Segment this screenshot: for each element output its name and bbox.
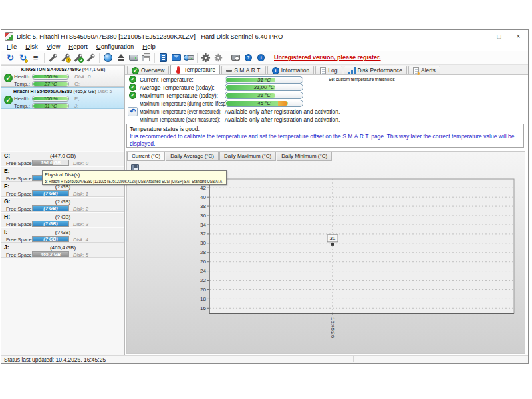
tools-wrench-schedule-icon[interactable] xyxy=(59,52,72,63)
tools-wrench-icon[interactable] xyxy=(47,52,59,63)
status-bar: Status last updated: 10.4.2026. 16:45:25 xyxy=(1,355,528,363)
partition-item-g[interactable]: G: (? GB) Free Space (? GB) Disk: 2 xyxy=(1,197,124,212)
free-space-label: Free Space xyxy=(6,176,32,182)
free-space-bar: 196,6 GB xyxy=(32,160,69,166)
print-icon[interactable] xyxy=(140,52,152,63)
tools-wrench-plain-icon[interactable] xyxy=(84,52,97,63)
svg-text:16:45:26: 16:45:26 xyxy=(330,317,336,338)
menu-report[interactable]: Report xyxy=(68,43,88,50)
svg-text:31: 31 xyxy=(330,235,336,241)
email-icon[interactable] xyxy=(170,52,182,63)
partition-disk-label: Disk: 2 xyxy=(73,206,88,212)
partition-item-i[interactable]: I: (? GB) Free Space (? GB) Disk: 4 xyxy=(1,227,124,243)
disk-list: KINGSTON SA400S37480G (447,1 GB) ✓ Healt… xyxy=(1,65,124,109)
surface-test-icon[interactable] xyxy=(102,52,114,63)
tab-label: Disk Performance xyxy=(358,67,403,74)
disk-ok-icon: ✓ xyxy=(4,74,13,82)
partition-item-j[interactable]: J: (465,4 GB) Free Space 465,3 GB Disk: … xyxy=(1,243,124,258)
removable-disk-icon[interactable] xyxy=(127,52,140,63)
disk-title: Hitachi HTS545050A7E380 (465,8 GB) Disk:… xyxy=(1,88,124,94)
chart-tab-daily-maximum-c[interactable]: Daily Maximum (°C) xyxy=(219,152,276,161)
free-space-bar: 465,3 GB xyxy=(32,251,69,257)
menu-view[interactable]: View xyxy=(47,43,60,50)
report-icon[interactable] xyxy=(157,52,170,63)
minimize-button[interactable]: – xyxy=(470,30,489,42)
tab-label: Overview xyxy=(141,67,164,74)
temp-label: Temp.: xyxy=(14,103,30,109)
temperature-bar: 31 °C xyxy=(225,92,303,99)
menu-disk[interactable]: Disk xyxy=(25,43,38,50)
desktop: Disk: 5, Hitachi HTS545050A7E380 [121005… xyxy=(0,0,532,399)
tab-label: Temperature xyxy=(184,66,215,73)
tab-disk-performance[interactable]: Disk Performance xyxy=(344,66,408,74)
app-window: Disk: 5, Hitachi HTS545050A7E380 [121005… xyxy=(1,29,529,364)
settings-icon[interactable] xyxy=(200,52,212,63)
network-status-icon[interactable] xyxy=(182,52,195,63)
partition-disk-label: Disk: 5 xyxy=(73,252,88,258)
tab-label: Alerts xyxy=(421,67,436,74)
temperature-row: ✓Maximum Temperature (today):31 °C xyxy=(125,92,528,100)
partition-size: (? GB) xyxy=(1,214,124,220)
about-info-icon[interactable]: i xyxy=(255,52,267,63)
health-label: Health: xyxy=(14,96,31,102)
temp-right-label: J: xyxy=(74,103,78,109)
tab-log[interactable]: Log xyxy=(315,66,342,74)
menu-file[interactable]: File xyxy=(7,43,17,50)
disk-item-hitachi-hts545050a7e380[interactable]: Hitachi HTS545050A7E380 (465,8 GB) Disk:… xyxy=(1,87,124,109)
window-title: Disk: 5, Hitachi HTS545050A7E380 [121005… xyxy=(17,33,283,40)
temp-bar: 31 °C xyxy=(32,103,69,109)
svg-text:18: 18 xyxy=(200,296,206,302)
tab-alerts[interactable]: Alerts xyxy=(408,66,440,74)
partition-list: C: (447,0 GB) Free Space 196,6 GB Disk: … xyxy=(1,151,124,258)
temp-bar: 27 °C xyxy=(32,81,69,87)
toolbar-separator xyxy=(99,53,100,63)
eject-disk-icon[interactable] xyxy=(114,52,127,63)
chart-tab-daily-minimum-c[interactable]: Daily Minimum (°C) xyxy=(277,152,332,161)
free-space-label: Free Space xyxy=(6,206,32,212)
disk-item-kingston-sa400s37480g[interactable]: KINGSTON SA400S37480G (447,1 GB) ✓ Healt… xyxy=(1,65,124,87)
app-icon xyxy=(5,32,13,41)
tools-wrench-ok-icon[interactable] xyxy=(72,52,84,63)
set-thresholds-link[interactable]: Set custom temperature thresholds xyxy=(329,76,412,82)
chart-tab-daily-average-c[interactable]: Daily Average (°C) xyxy=(166,152,219,161)
preferences-icon[interactable] xyxy=(212,52,225,63)
titlebar[interactable]: Disk: 5, Hitachi HTS545050A7E380 [121005… xyxy=(1,30,528,42)
menu-configuration[interactable]: Configuration xyxy=(96,43,134,50)
maximize-button[interactable]: □ xyxy=(489,30,509,42)
refresh-icon[interactable]: ↻ xyxy=(4,52,17,63)
partition-item-h[interactable]: H: (? GB) Free Space (? GB) Disk: 3 xyxy=(1,212,124,227)
help-icon[interactable]: ? xyxy=(242,52,255,63)
partition-item-c[interactable]: C: (447,0 GB) Free Space 196,6 GB Disk: … xyxy=(1,151,124,166)
partition-disk-label: Disk: 0 xyxy=(73,160,88,166)
partition-disk-label: Disk: 1 xyxy=(73,191,88,197)
svg-text:40: 40 xyxy=(200,194,206,200)
temperature-row: ↶Maximum Temperature (ever measured):Ava… xyxy=(125,108,528,116)
tab-information[interactable]: iInformation xyxy=(267,66,315,74)
toolbar: ↻↻≡?iUnregistered version, please regist… xyxy=(1,51,528,65)
free-space-label: Free Space xyxy=(6,237,32,243)
tab-temperature[interactable]: Temperature xyxy=(170,65,220,74)
unregistered-link[interactable]: Unregistered version, please register. xyxy=(274,54,381,61)
free-space-bar: (? GB) xyxy=(32,221,69,227)
thermometer-icon xyxy=(177,66,180,73)
chart-tab-current-c[interactable]: Current (°C) xyxy=(127,152,165,161)
svg-text:30: 30 xyxy=(200,240,206,246)
close-button[interactable]: × xyxy=(509,30,528,42)
svg-text:22: 22 xyxy=(200,277,206,283)
details-lines-icon[interactable]: ≡ xyxy=(29,52,42,63)
temperature-bar: 31 °C xyxy=(225,76,303,84)
tab-overview[interactable]: ✓Overview xyxy=(127,66,169,74)
menu-help[interactable]: Help xyxy=(142,43,156,50)
content-area: KINGSTON SA400S37480G (447,1 GB) ✓ Healt… xyxy=(1,65,528,355)
health-label: Health: xyxy=(14,74,31,80)
availability-text: Available only after registration and ac… xyxy=(225,116,340,123)
tab-s-m-a-r-t[interactable]: S.M.A.R.T. xyxy=(221,66,266,74)
free-space-label: Free Space xyxy=(6,160,32,166)
refresh-scheduled-icon[interactable]: ↻ xyxy=(17,52,29,63)
temperature-status-line: Temperature status is good. xyxy=(130,126,521,133)
screenshot-icon[interactable] xyxy=(229,52,242,63)
main-tab-strip: ✓OverviewTemperatureS.M.A.R.T.iInformati… xyxy=(125,65,528,75)
temperature-row-label: Average Temperature (today): xyxy=(140,84,215,91)
svg-text:28: 28 xyxy=(200,249,206,255)
svg-text:42: 42 xyxy=(200,185,206,191)
